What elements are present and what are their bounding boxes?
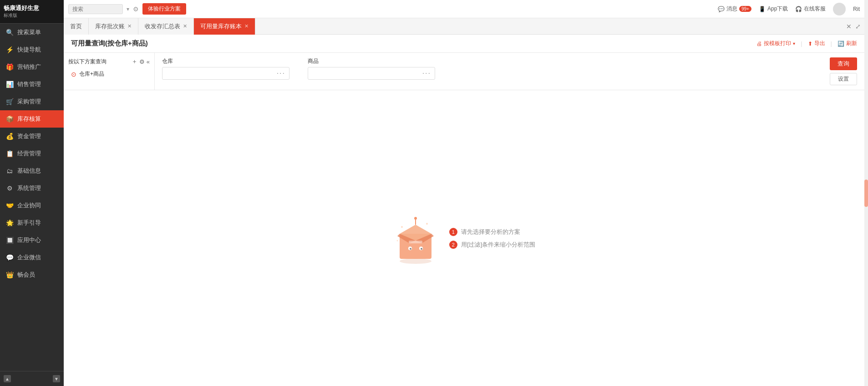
sidebar-header: 畅康通好生意 标准版 bbox=[0, 0, 64, 24]
tab-available-ledger-close[interactable]: ✕ bbox=[244, 23, 249, 29]
sidebar-item-system[interactable]: ⚙ 系统管理 bbox=[0, 180, 64, 197]
sidebar-label-shortcut: 快捷导航 bbox=[17, 46, 41, 54]
settings-button[interactable]: 设置 bbox=[830, 73, 857, 85]
tab-home[interactable]: 首页 bbox=[64, 18, 89, 35]
tabs-bar: 首页 库存批次账 ✕ 收发存汇总表 ✕ 可用量库存账本 ✕ ✕ ⤢ bbox=[64, 18, 864, 35]
empty-tip-2: 2 用[过滤]条件来缩小分析范围 bbox=[449, 241, 535, 249]
print-template-btn[interactable]: 🖨 按模板打印 ▾ bbox=[756, 40, 795, 47]
svg-point-8 bbox=[410, 248, 411, 250]
sidebar-label-operations: 经营管理 bbox=[17, 149, 41, 158]
online-service-label: 在线客服 bbox=[804, 5, 826, 13]
query-button[interactable]: 查询 bbox=[830, 57, 857, 70]
online-service-btn[interactable]: 🎧 在线客服 bbox=[795, 5, 826, 13]
sidebar-label-inventory: 库存核算 bbox=[17, 115, 41, 123]
query-fields-panel: 仓库 ··· 商品 ··· bbox=[155, 53, 822, 90]
tab-batch-ledger-close[interactable]: ✕ bbox=[127, 23, 132, 29]
sidebar-label-basic: 基础信息 bbox=[17, 167, 41, 175]
svg-point-0 bbox=[400, 258, 431, 264]
sidebar-item-finance[interactable]: 💰 资金管理 bbox=[0, 128, 64, 145]
empty-tips: 1 请先选择要分析的方案 2 用[过滤]条件来缩小分析范围 bbox=[449, 228, 535, 249]
tab-batch-ledger[interactable]: 库存批次账 ✕ bbox=[89, 18, 138, 35]
tab-available-ledger[interactable]: 可用量库存账本 ✕ bbox=[194, 18, 255, 35]
tab-collect-ledger[interactable]: 收发存汇总表 ✕ bbox=[138, 18, 194, 35]
crown-icon: 👑 bbox=[5, 271, 14, 278]
content-area: 1 请先选择要分析的方案 2 用[过滤]条件来缩小分析范围 bbox=[64, 90, 864, 386]
chart-icon: 📊 bbox=[5, 81, 14, 88]
refresh-btn[interactable]: 🔄 刷新 bbox=[838, 40, 857, 47]
wechat-icon: 💬 bbox=[5, 254, 14, 261]
box-icon: 📦 bbox=[5, 115, 14, 123]
sidebar-label-newuser: 新手引导 bbox=[17, 219, 41, 227]
scheme-settings-btn[interactable]: ⚙ bbox=[139, 57, 145, 66]
scheme-item-warehouse-product[interactable]: ⊙ 仓库+商品 bbox=[68, 68, 150, 80]
refresh-icon: 🔄 bbox=[838, 41, 844, 47]
industry-btn[interactable]: 体验行业方案 bbox=[142, 3, 186, 15]
empty-illustration bbox=[393, 216, 438, 261]
app-name: 畅康通好生意 bbox=[4, 5, 39, 12]
tabs-close-all-btn[interactable]: ✕ bbox=[846, 23, 852, 30]
page-title: 可用量查询(按仓库+商品) bbox=[71, 39, 148, 48]
tip-num-2: 2 bbox=[449, 241, 457, 249]
sidebar-item-basic[interactable]: 🗂 基础信息 bbox=[0, 162, 64, 180]
export-label: 导出 bbox=[814, 40, 825, 47]
print-icon: 🖨 bbox=[756, 41, 762, 47]
sidebar-item-newuser[interactable]: 🌟 新手引导 bbox=[0, 214, 64, 232]
svg-point-14 bbox=[396, 240, 398, 241]
sidebar-item-wechat[interactable]: 💬 企业微信 bbox=[0, 249, 64, 266]
money-icon: 💰 bbox=[5, 133, 14, 140]
topbar-search-input[interactable] bbox=[68, 4, 123, 14]
add-scheme-btn[interactable]: ＋ bbox=[132, 57, 137, 66]
empty-state: 1 请先选择要分析的方案 2 用[过滤]条件来缩小分析范围 bbox=[393, 216, 535, 261]
topbar: ▾ ⚙ 体验行业方案 💬 消息 99+ 📱 App下载 🎧 在线客服 Rit bbox=[64, 0, 864, 18]
settings-icon[interactable]: ⚙ bbox=[133, 5, 139, 13]
tabs-expand-btn[interactable]: ⤢ bbox=[855, 23, 861, 30]
scrollbar-thumb[interactable] bbox=[864, 180, 868, 207]
sidebar-item-member[interactable]: 👑 畅会员 bbox=[0, 266, 64, 283]
sidebar-item-appstore[interactable]: 🔲 应用中心 bbox=[0, 232, 64, 249]
separator-2: | bbox=[831, 40, 832, 47]
query-scheme-panel: 按以下方案查询 ＋ ⚙ « ⊙ 仓库+商品 bbox=[64, 53, 155, 90]
sidebar-item-shortcut[interactable]: ⚡ 快捷导航 bbox=[0, 41, 64, 58]
sidebar-item-search[interactable]: 🔍 搜索菜单 bbox=[0, 24, 64, 41]
sidebar-label-wechat: 企业微信 bbox=[17, 253, 41, 262]
field-product: 商品 ··· bbox=[308, 57, 444, 80]
sidebar-label-purchase: 采购管理 bbox=[17, 98, 41, 106]
export-btn[interactable]: ⬆ 导出 bbox=[808, 40, 825, 47]
tab-collect-ledger-close[interactable]: ✕ bbox=[183, 23, 187, 29]
warehouse-dots-icon[interactable]: ··· bbox=[277, 69, 285, 77]
svg-point-13 bbox=[426, 223, 428, 225]
scroll-down-btn[interactable]: ▼ bbox=[53, 375, 60, 382]
chevron-down-icon[interactable]: ▾ bbox=[127, 6, 129, 12]
sidebar-item-enterprise[interactable]: 🤝 企业协同 bbox=[0, 197, 64, 214]
app-download-btn[interactable]: 📱 App下载 bbox=[759, 5, 788, 13]
page-header: 可用量查询(按仓库+商品) 🖨 按模板打印 ▾ | ⬆ 导出 | 🔄 刷新 bbox=[64, 35, 864, 53]
warehouse-input[interactable]: ··· bbox=[162, 67, 289, 80]
sidebar-label-marketing: 营销推广 bbox=[17, 63, 41, 71]
print-chevron-icon[interactable]: ▾ bbox=[793, 41, 795, 46]
empty-tip-1-text: 请先选择要分析的方案 bbox=[461, 228, 520, 236]
right-scrollbar[interactable] bbox=[864, 0, 868, 386]
sidebar-item-operations[interactable]: 📋 经营管理 bbox=[0, 145, 64, 162]
topbar-right: 💬 消息 99+ 📱 App下载 🎧 在线客服 Rit bbox=[718, 3, 860, 15]
field-warehouse: 仓库 ··· bbox=[162, 57, 299, 80]
product-label: 商品 bbox=[308, 57, 444, 65]
sidebar-label-sales: 销售管理 bbox=[17, 80, 41, 88]
product-dots-icon[interactable]: ··· bbox=[422, 69, 431, 77]
message-label: 消息 bbox=[726, 5, 737, 13]
scroll-up-btn[interactable]: ▲ bbox=[4, 375, 11, 382]
message-btn[interactable]: 💬 消息 99+ bbox=[718, 5, 751, 13]
sidebar-edition: 标准版 bbox=[4, 12, 17, 19]
scheme-collapse-btn[interactable]: « bbox=[147, 57, 150, 66]
sidebar-item-marketing[interactable]: 🎁 营销推广 bbox=[0, 58, 64, 76]
main-content: ▾ ⚙ 体验行业方案 💬 消息 99+ 📱 App下载 🎧 在线客服 Rit 首… bbox=[64, 0, 864, 386]
sidebar-label-member: 畅会员 bbox=[17, 271, 35, 279]
sidebar-bottom: ▲ ▼ bbox=[0, 371, 64, 386]
lightning-icon: ⚡ bbox=[5, 46, 14, 53]
query-scheme-header: 按以下方案查询 ＋ ⚙ « bbox=[68, 57, 150, 66]
product-input[interactable]: ··· bbox=[308, 67, 435, 80]
user-avatar[interactable] bbox=[833, 3, 846, 15]
sidebar-label-finance: 资金管理 bbox=[17, 132, 41, 140]
sidebar-item-inventory[interactable]: 📦 库存核算 bbox=[0, 110, 64, 128]
sidebar-item-sales[interactable]: 📊 销售管理 bbox=[0, 76, 64, 93]
sidebar-item-purchase[interactable]: 🛒 采购管理 bbox=[0, 93, 64, 110]
